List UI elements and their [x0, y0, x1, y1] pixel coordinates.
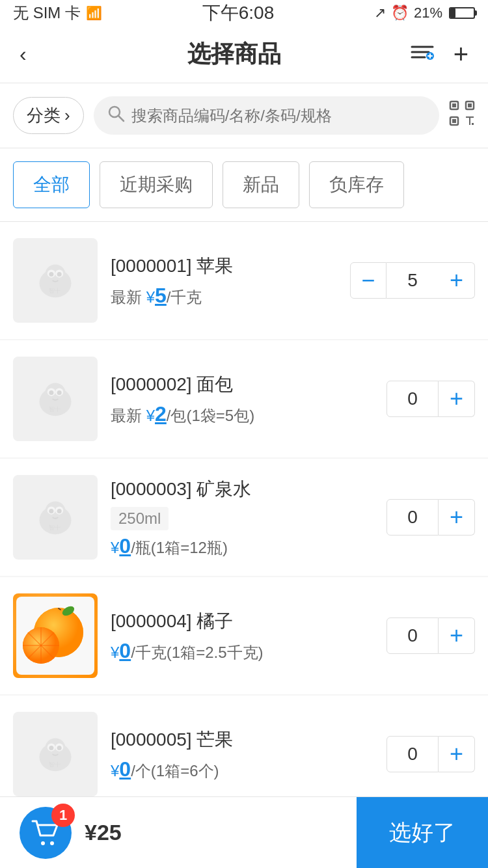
tab-bar: 全部 近期采购 新品 负库存 — [0, 148, 488, 222]
svg-point-53 — [49, 746, 53, 750]
product-price-4: ¥0/千克(1箱=2.5千克) — [111, 639, 373, 663]
battery-bar — [449, 7, 475, 19]
svg-point-70 — [41, 841, 45, 845]
qty-minus-1[interactable]: − — [350, 262, 386, 299]
svg-rect-12 — [468, 103, 472, 107]
cart-total: ¥25 — [85, 820, 122, 845]
alarm-icon: ⏰ — [391, 5, 409, 21]
status-time: 下午6:08 — [202, 1, 275, 25]
search-box — [94, 96, 439, 135]
product-name-1: [0000001] 苹果 — [111, 254, 337, 278]
product-price-1: 最新 ¥5/千克 — [111, 284, 337, 308]
nav-actions: + — [411, 40, 468, 69]
list-item: 智十 [0000005] 芒果 ¥0/个(1箱=6个) + — [0, 696, 488, 813]
svg-point-22 — [57, 272, 62, 277]
tab-negative[interactable]: 负库存 — [309, 161, 404, 208]
product-list: 智十 [0000001] 苹果 最新 ¥5/千克 − + — [0, 222, 488, 868]
svg-point-35 — [49, 509, 53, 513]
product-image-2: 智十 — [13, 357, 98, 441]
product-info-3: [0000003] 矿泉水 250ml ¥0/瓶(1箱=12瓶) — [111, 477, 373, 558]
list-item: 智十 [0000001] 苹果 最新 ¥5/千克 − + — [0, 222, 488, 339]
filter-icon[interactable] — [411, 42, 434, 68]
svg-point-36 — [57, 509, 62, 513]
svg-point-71 — [50, 841, 54, 845]
quantity-control-5: + — [386, 736, 475, 772]
category-button[interactable]: 分类 › — [13, 97, 84, 134]
qty-plus-5[interactable]: + — [439, 736, 475, 772]
carrier-label: 无 SIM 卡 — [13, 3, 81, 23]
svg-rect-16 — [472, 123, 474, 125]
product-name-2: [0000002] 面包 — [111, 372, 373, 397]
page-title: 选择商品 — [187, 38, 281, 70]
qty-plus-1[interactable]: + — [439, 262, 475, 299]
svg-text:智十: 智十 — [49, 524, 61, 531]
product-price-2: 最新 ¥2/包(1袋=5包) — [111, 402, 373, 426]
category-label: 分类 — [27, 104, 61, 127]
svg-point-29 — [57, 390, 62, 395]
quantity-control-1: − + — [350, 262, 475, 299]
svg-point-28 — [49, 390, 53, 395]
battery-percent: 21% — [414, 5, 442, 21]
product-price-3: ¥0/瓶(1箱=12瓶) — [111, 534, 373, 558]
product-image-5: 智十 — [13, 712, 98, 796]
product-info-1: [0000001] 苹果 最新 ¥5/千克 — [111, 254, 337, 308]
search-icon — [107, 104, 125, 127]
bottom-bar: 1 ¥25 选好了 — [0, 796, 488, 868]
quantity-control-2: + — [386, 381, 475, 417]
quantity-control-4: + — [386, 617, 475, 654]
filter-bar: 分类 › — [0, 83, 488, 148]
svg-text:智十: 智十 — [49, 288, 61, 294]
qty-input-5[interactable] — [386, 736, 439, 772]
tab-recent[interactable]: 近期采购 — [100, 161, 213, 208]
svg-point-54 — [57, 746, 62, 750]
list-item: 智十 [0000003] 矿泉水 250ml ¥0/瓶(1箱=12瓶) + — [0, 459, 488, 576]
qty-input-1[interactable] — [386, 262, 439, 299]
product-info-2: [0000002] 面包 最新 ¥2/包(1袋=5包) — [111, 372, 373, 426]
product-name-4: [0000004] 橘子 — [111, 609, 373, 634]
cart-section: 1 ¥25 — [0, 807, 357, 859]
confirm-button[interactable]: 选好了 — [357, 797, 488, 869]
svg-line-7 — [118, 116, 124, 121]
status-bar: 无 SIM 卡 📶 下午6:08 ↗ ⏰ 21% — [0, 0, 488, 26]
qty-plus-2[interactable]: + — [439, 381, 475, 417]
tab-new[interactable]: 新品 — [223, 161, 299, 208]
qty-plus-3[interactable]: + — [439, 499, 475, 536]
product-info-5: [0000005] 芒果 ¥0/个(1箱=6个) — [111, 727, 373, 781]
add-button[interactable]: + — [454, 40, 468, 69]
wifi-icon: 📶 — [86, 5, 102, 21]
product-price-5: ¥0/个(1箱=6个) — [111, 757, 373, 781]
product-image-3: 智十 — [13, 475, 98, 560]
svg-rect-11 — [452, 103, 456, 107]
svg-rect-13 — [452, 119, 456, 123]
cart-icon[interactable]: 1 — [20, 807, 72, 859]
product-image-1: 智十 — [13, 238, 98, 323]
product-name-5: [0000005] 芒果 — [111, 727, 373, 752]
svg-point-21 — [49, 272, 53, 277]
back-button[interactable]: ‹ — [20, 42, 59, 66]
category-chevron: › — [64, 105, 70, 126]
qty-input-4[interactable] — [386, 617, 439, 654]
svg-text:智十: 智十 — [49, 406, 61, 413]
location-icon: ↗ — [374, 5, 386, 21]
status-left: 无 SIM 卡 📶 — [13, 3, 102, 23]
product-spec-3: 250ml — [111, 507, 169, 530]
cart-badge: 1 — [51, 804, 75, 827]
svg-text:智十: 智十 — [49, 761, 61, 768]
search-input[interactable] — [131, 107, 426, 125]
product-name-3: [0000003] 矿泉水 — [111, 477, 373, 502]
quantity-control-3: + — [386, 499, 475, 536]
list-item: 智十 [0000002] 面包 最新 ¥2/包(1袋=5包) + — [0, 340, 488, 457]
status-right: ↗ ⏰ 21% — [374, 5, 475, 21]
tab-all[interactable]: 全部 — [13, 161, 90, 208]
scan-icon[interactable] — [449, 100, 475, 131]
battery-fill — [450, 8, 455, 18]
qty-input-2[interactable] — [386, 381, 439, 417]
qty-plus-4[interactable]: + — [439, 617, 475, 654]
product-image-4 — [13, 593, 98, 678]
list-item: [0000004] 橘子 ¥0/千克(1箱=2.5千克) + — [0, 577, 488, 694]
nav-bar: ‹ 选择商品 + — [0, 26, 488, 83]
product-info-4: [0000004] 橘子 ¥0/千克(1箱=2.5千克) — [111, 609, 373, 663]
qty-input-3[interactable] — [386, 499, 439, 536]
